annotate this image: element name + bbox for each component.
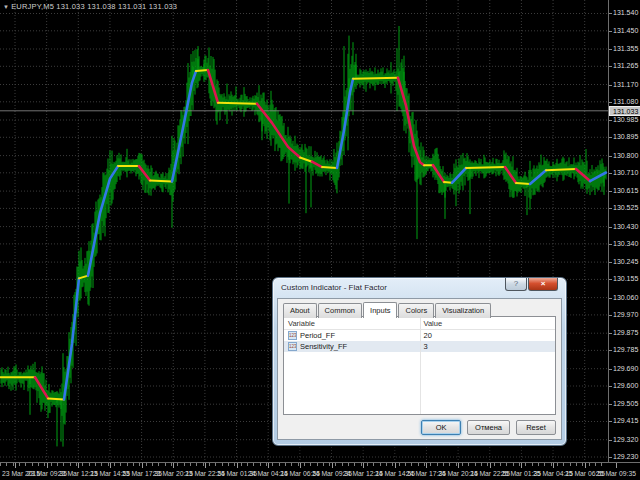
price-tick	[609, 120, 612, 121]
time-tick	[15, 463, 16, 468]
price-label: 129.875	[613, 329, 638, 337]
price-label: 129.690	[613, 365, 638, 373]
time-tick	[426, 463, 427, 468]
param-name: Period_FF	[300, 331, 335, 340]
price-tick	[609, 279, 612, 280]
price-tick	[609, 31, 612, 32]
price-tick	[609, 421, 612, 422]
price-label: 129.505	[613, 400, 638, 408]
dialog-titlebar[interactable]: Custom Indicator - Flat Factor ? ×	[273, 278, 566, 298]
time-tick	[205, 463, 206, 468]
price-tick	[609, 298, 612, 299]
price-tick	[609, 102, 612, 103]
tab-colors[interactable]: Colors	[398, 303, 434, 318]
price-label: 129.600	[613, 382, 638, 390]
dialog-tabs: AboutCommonInputsColorsVisualization	[283, 303, 556, 317]
time-tick	[300, 463, 301, 468]
price-tick	[609, 440, 612, 441]
help-button[interactable]: ?	[505, 278, 527, 291]
time-tick	[363, 463, 364, 468]
price-label: 131.355	[613, 45, 638, 53]
time-tick	[585, 463, 586, 468]
price-tick	[609, 457, 612, 458]
price-tick	[609, 208, 612, 209]
symbol-ohlc-label: ▼EURJPY,M5 131.033 131.038 131.031 131.0…	[3, 2, 177, 11]
cancel-button[interactable]: Отмена	[467, 420, 510, 435]
price-label: 131.265	[613, 62, 638, 70]
column-header: Variable	[284, 319, 420, 328]
current-price-badge: 131.033	[609, 106, 640, 116]
price-label: 131.540	[613, 9, 638, 17]
price-tick	[609, 13, 612, 14]
time-tick	[458, 463, 459, 468]
param-value[interactable]: 20	[420, 331, 556, 340]
price-tick	[609, 350, 612, 351]
parameters-table: VariableValue123Period_FF20123Sensitivit…	[284, 317, 555, 414]
time-tick	[553, 463, 554, 468]
time-tick	[332, 463, 333, 468]
time-tick	[47, 463, 48, 468]
time-tick	[616, 463, 617, 468]
time-tick	[521, 463, 522, 468]
time-axis[interactable]: 23 Mar 201523 Mar 09:3523 Mar 12:1523 Ma…	[0, 462, 640, 480]
tab-about[interactable]: About	[283, 303, 317, 318]
time-tick	[237, 463, 238, 468]
price-label: 129.230	[613, 453, 638, 461]
price-tick	[609, 244, 612, 245]
time-tick	[173, 463, 174, 468]
price-tick	[609, 173, 612, 174]
price-label: 130.615	[613, 187, 638, 195]
column-divider	[420, 317, 421, 414]
dialog-title: Custom Indicator - Flat Factor	[281, 283, 387, 292]
price-tick	[609, 156, 612, 157]
price-label: 130.985	[613, 116, 638, 124]
price-label: 131.080	[613, 98, 638, 106]
price-label: 131.170	[613, 81, 638, 89]
price-label: 130.155	[613, 275, 638, 283]
price-label: 131.450	[613, 27, 638, 35]
indicator-properties-dialog: Custom Indicator - Flat Factor ? × About…	[272, 277, 567, 446]
time-tick	[110, 463, 111, 468]
tab-common[interactable]: Common	[318, 303, 362, 318]
reset-button[interactable]: Reset	[516, 420, 556, 435]
price-tick	[609, 369, 612, 370]
price-label: 129.970	[613, 311, 638, 319]
price-tick	[609, 66, 612, 67]
price-label: 130.245	[613, 258, 638, 266]
time-tick	[490, 463, 491, 468]
price-tick	[609, 404, 612, 405]
inputs-tab-page: VariableValue123Period_FF20123Sensitivit…	[283, 316, 556, 415]
price-tick	[609, 191, 612, 192]
price-label: 130.340	[613, 240, 638, 248]
price-tick	[609, 227, 612, 228]
close-button[interactable]: ×	[528, 278, 558, 291]
price-tick	[609, 386, 612, 387]
price-label: 129.785	[613, 346, 638, 354]
collapse-arrow-icon: ▼	[3, 4, 9, 10]
price-label: 130.800	[613, 152, 638, 160]
param-name: Sensitivity_FF	[300, 342, 347, 351]
time-tick	[268, 463, 269, 468]
symbol-ohlc-text: EURJPY,M5 131.033 131.038 131.031 131.03…	[11, 2, 177, 11]
price-axis[interactable]: 131.540131.450131.355131.265131.170131.0…	[608, 0, 640, 462]
price-tick	[609, 137, 612, 138]
time-tick	[142, 463, 143, 468]
price-tick	[609, 262, 612, 263]
dialog-buttons: OKОтменаReset	[283, 420, 556, 435]
price-tick	[609, 85, 612, 86]
tab-visualization[interactable]: Visualization	[435, 303, 491, 318]
param-value[interactable]: 3	[420, 342, 556, 351]
price-label: 129.320	[613, 436, 638, 444]
tab-inputs[interactable]: Inputs	[363, 302, 397, 318]
price-label: 130.430	[613, 223, 638, 231]
price-label: 129.415	[613, 417, 638, 425]
dialog-body: AboutCommonInputsColorsVisualization Var…	[277, 298, 562, 440]
time-tick-strip	[0, 463, 608, 466]
price-label: 130.525	[613, 204, 638, 212]
ok-button[interactable]: OK	[421, 420, 461, 435]
price-label: 130.895	[613, 133, 638, 141]
int-param-icon: 123	[288, 331, 297, 340]
metatrader-chart-window: ▼EURJPY,M5 131.033 131.038 131.031 131.0…	[0, 0, 640, 480]
price-tick	[609, 333, 612, 334]
price-label: 130.710	[613, 169, 638, 177]
